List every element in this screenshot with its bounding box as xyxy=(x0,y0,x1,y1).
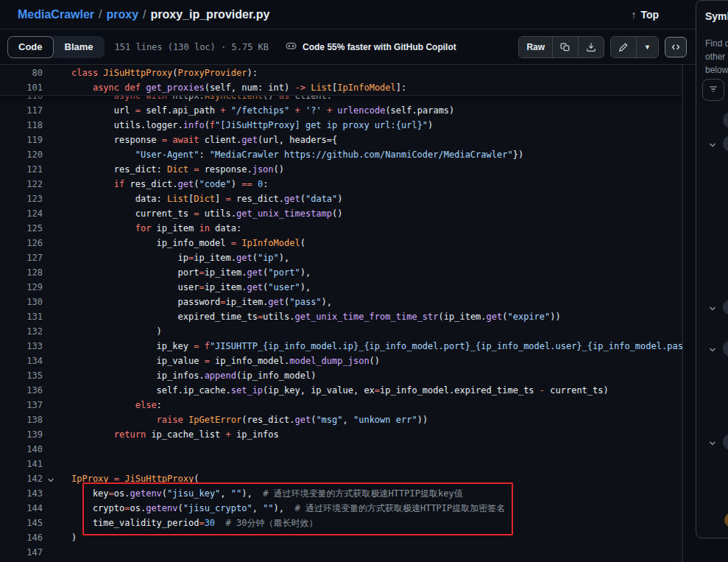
code-line: 122 if res_dict.get("code") == 0: xyxy=(0,177,682,192)
file-meta: 151 lines (130 loc) · 5.75 KB xyxy=(115,42,269,52)
line-number[interactable]: 127 xyxy=(0,250,43,265)
chevron-down-icon[interactable] xyxy=(708,344,717,357)
filter-button[interactable] xyxy=(702,79,724,101)
line-number[interactable]: 129 xyxy=(0,280,43,295)
code-line: 125 for ip_item in data: xyxy=(0,221,682,236)
code-line: 119 response = await client.get(url, hea… xyxy=(0,133,682,147)
line-number[interactable]: 117 xyxy=(0,103,43,118)
line-number[interactable]: 137 xyxy=(0,398,43,412)
line-number[interactable]: 142 xyxy=(0,471,43,486)
line-number[interactable]: 132 xyxy=(0,324,43,339)
code-line: 147 xyxy=(0,545,682,560)
code-line: 133 ip_key = f"JISUHTTP_{ip_info_model.i… xyxy=(0,339,682,354)
line-number[interactable]: 125 xyxy=(0,221,43,236)
symbol-item[interactable] xyxy=(723,112,728,128)
code-line: 126 ip_info_model = IpInfoModel( xyxy=(0,236,682,250)
line-number[interactable]: 143 xyxy=(0,486,43,501)
line-number[interactable]: 144 xyxy=(0,501,43,516)
line-number[interactable]: 130 xyxy=(0,295,43,309)
symbol-item[interactable] xyxy=(723,340,728,356)
line-number[interactable]: 131 xyxy=(0,309,43,324)
line-number[interactable]: 120 xyxy=(0,147,43,162)
line-number[interactable]: 122 xyxy=(0,177,43,192)
symbol-item[interactable] xyxy=(723,136,728,152)
chevron-down-icon[interactable] xyxy=(708,438,717,451)
line-number[interactable]: 135 xyxy=(0,368,43,383)
code-line: 123 data: List[Dict] = res_dict.get("dat… xyxy=(0,192,682,206)
chevron-down-icon[interactable] xyxy=(708,303,717,316)
github-code-view: MediaCrawler/proxy/proxy_ip_provider.py … xyxy=(0,0,728,562)
symbols-panel: Symbols Find definitions and references … xyxy=(696,0,728,538)
code-line: 120 "User-Agent": "MediaCrawler https://… xyxy=(0,147,682,162)
breadcrumb-repo[interactable]: MediaCrawler xyxy=(18,8,94,21)
line-number[interactable]: 121 xyxy=(0,162,43,177)
symbol-row xyxy=(696,299,728,315)
copy-button[interactable] xyxy=(552,37,578,57)
copilot-banner-label: Code 55% faster with GitHub Copilot xyxy=(303,42,456,52)
pencil-icon xyxy=(618,42,629,52)
edit-dropdown-button[interactable]: ▼ xyxy=(636,37,658,57)
line-number[interactable]: 141 xyxy=(0,457,43,471)
line-number[interactable]: 146 xyxy=(0,530,43,545)
line-number[interactable]: 124 xyxy=(0,206,43,221)
code-line: 135 ip_infos.append(ip_info_model) xyxy=(0,368,682,383)
line-number[interactable]: 101 xyxy=(0,80,43,95)
line-number[interactable]: 136 xyxy=(0,383,43,398)
code-line: 141 xyxy=(0,457,682,471)
code-line: 128 port=ip_item.get("port"), xyxy=(0,265,682,280)
line-number[interactable]: 138 xyxy=(0,412,43,427)
line-number[interactable]: 118 xyxy=(0,118,43,133)
code-line: 127 ip=ip_item.get("ip"), xyxy=(0,250,682,265)
copy-icon xyxy=(560,42,570,52)
breadcrumb-folder[interactable]: proxy xyxy=(107,8,139,21)
code-blame-toggle: Code Blame xyxy=(7,36,105,58)
symbols-toggle-button[interactable] xyxy=(665,37,687,57)
code-line: 130 password=ip_item.get("pass"), xyxy=(0,295,682,309)
code-line: 146) xyxy=(0,530,682,545)
raw-button[interactable]: Raw xyxy=(519,37,552,57)
edit-button-group: ▼ xyxy=(610,36,659,58)
chevron-down-icon[interactable] xyxy=(46,474,55,483)
code-line: 80class JiSuHttpProxy(ProxyProvider): xyxy=(0,66,682,80)
code-line: 117 url = self.api_path + "/fetchips" + … xyxy=(0,103,682,118)
code-line: 143 key=os.getenv("jisu_key", ""), # 通过环… xyxy=(0,486,682,501)
line-number[interactable]: 134 xyxy=(0,354,43,368)
code-line: 142IpProxy = JiSuHttpProxy( xyxy=(0,471,682,486)
tab-code[interactable]: Code xyxy=(7,36,54,58)
symbol-row xyxy=(696,434,728,450)
code-line: 131 expired_time_ts=utils.get_unix_time_… xyxy=(0,309,682,324)
back-to-top-label: Top xyxy=(640,9,659,21)
code-line: 121 res_dict: Dict = response.json() xyxy=(0,162,682,177)
code-line: 132 ) xyxy=(0,324,682,339)
symbol-row xyxy=(696,513,728,529)
tab-blame[interactable]: Blame xyxy=(54,36,105,58)
line-number[interactable]: 128 xyxy=(0,265,43,280)
code-line: 139 return ip_cache_list + ip_infos xyxy=(0,427,682,442)
copilot-banner[interactable]: Code 55% faster with GitHub Copilot xyxy=(285,40,456,54)
back-to-top-button[interactable]: ↑ Top xyxy=(626,8,663,21)
edit-button[interactable] xyxy=(611,37,636,57)
file-header: MediaCrawler/proxy/proxy_ip_provider.py … xyxy=(0,0,696,29)
symbol-item[interactable] xyxy=(724,513,728,527)
code-line: 145 time_validity_period=30 # 30分钟（最长时效） xyxy=(0,516,682,530)
symbol-item[interactable] xyxy=(723,434,728,450)
line-number[interactable]: 140 xyxy=(0,442,43,457)
line-number[interactable]: 126 xyxy=(0,236,43,250)
breadcrumb-file: proxy_ip_provider.py xyxy=(151,8,270,21)
symbol-item[interactable] xyxy=(723,299,728,315)
download-button[interactable] xyxy=(578,37,604,57)
breadcrumb-separator: / xyxy=(94,8,106,21)
symbols-panel-title: Symbols xyxy=(705,10,728,22)
code-area[interactable]: 116 async with httpx.AsyncClient() as cl… xyxy=(0,65,683,562)
chevron-down-icon[interactable] xyxy=(708,139,717,152)
line-number[interactable]: 139 xyxy=(0,427,43,442)
breadcrumb-separator: / xyxy=(138,8,150,21)
line-number[interactable]: 119 xyxy=(0,133,43,147)
download-icon xyxy=(586,42,596,52)
code-line: 129 user=ip_item.get("user"), xyxy=(0,280,682,295)
line-number[interactable]: 123 xyxy=(0,192,43,206)
line-number[interactable]: 147 xyxy=(0,545,43,560)
line-number[interactable]: 133 xyxy=(0,339,43,354)
line-number[interactable]: 80 xyxy=(0,66,43,80)
line-number[interactable]: 145 xyxy=(0,516,43,530)
